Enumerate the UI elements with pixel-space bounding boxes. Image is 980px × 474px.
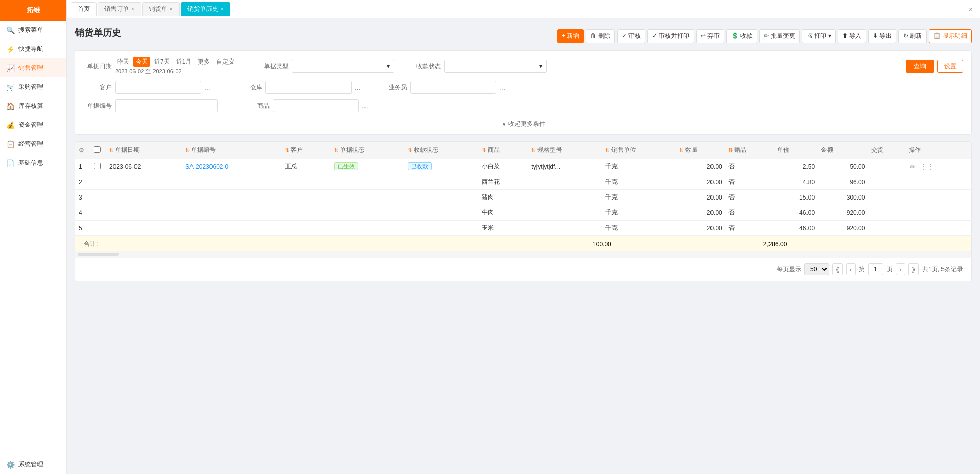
table-row: 2西兰花千克20.00否4.8096.00 bbox=[75, 174, 971, 190]
window-close-button[interactable]: × bbox=[966, 5, 976, 13]
edit-action-icon[interactable]: ✏ bbox=[910, 163, 916, 171]
sidebar-item-sales-mgmt[interactable]: 📈 销售管理 bbox=[0, 58, 66, 77]
per-page-select[interactable]: 50 bbox=[804, 263, 829, 275]
col-unit[interactable]: ⇅ 销售单位 bbox=[602, 142, 676, 159]
cell-spec: tyjytjytjdf... bbox=[528, 159, 602, 174]
col-settings[interactable]: ⚙ bbox=[75, 142, 91, 159]
delete-button[interactable]: 🗑 删除 bbox=[586, 29, 615, 43]
filter-payment-status: 收款状态 ▾ bbox=[413, 60, 547, 73]
batch-change-button[interactable]: ✏ 批量变更 bbox=[759, 29, 800, 43]
col-pay-status[interactable]: ⇅ 收款状态 bbox=[405, 142, 478, 159]
select-all-checkbox[interactable] bbox=[94, 146, 101, 153]
doc-number-input[interactable] bbox=[115, 99, 218, 112]
table-settings-icon[interactable]: ⚙ bbox=[79, 147, 84, 154]
col-date[interactable]: ⇅ 单据日期 bbox=[106, 142, 182, 159]
cell-spec bbox=[528, 205, 602, 221]
cell-trade bbox=[868, 221, 906, 236]
export-button[interactable]: ⬇ 导出 bbox=[868, 29, 896, 43]
prev-page-button[interactable]: ‹ bbox=[846, 263, 855, 275]
cell-customer bbox=[282, 221, 331, 236]
tab-sales-order[interactable]: 销售订单 × bbox=[98, 2, 141, 16]
sidebar-item-label: 销售管理 bbox=[18, 64, 43, 72]
cell-doc-no: SA-20230602-0 bbox=[182, 159, 282, 174]
print-icon: 🖨 bbox=[806, 32, 813, 40]
customer-input[interactable] bbox=[115, 81, 201, 94]
sidebar-item-system-mgmt[interactable]: ⚙️ 系统管理 bbox=[0, 455, 66, 474]
payment-status-select[interactable]: ▾ bbox=[444, 60, 547, 73]
cell-gift: 否 bbox=[725, 159, 775, 174]
audit-button[interactable]: ✓ 审核 bbox=[617, 29, 645, 43]
page-number-input[interactable] bbox=[868, 263, 883, 275]
date-7days[interactable]: 近7天 bbox=[152, 57, 172, 67]
col-doc-no[interactable]: ⇅ 单据编号 bbox=[182, 142, 282, 159]
filter-date: 单据日期 昨天 今天 近7天 近1月 更多 自定义 2023-06-02 至 2… bbox=[84, 57, 237, 75]
col-gift[interactable]: ⇅ 赠品 bbox=[725, 142, 775, 159]
warehouse-dots[interactable]: ... bbox=[355, 83, 361, 91]
tab-sales-order-close[interactable]: × bbox=[131, 6, 134, 12]
col-spec[interactable]: ⇅ 规格型号 bbox=[528, 142, 602, 159]
date-today[interactable]: 今天 bbox=[133, 57, 150, 67]
last-page-button[interactable]: ⟫ bbox=[908, 263, 919, 275]
sidebar-item-label: 快捷导航 bbox=[18, 45, 43, 53]
salesperson-input[interactable] bbox=[410, 81, 496, 94]
customer-dots[interactable]: ... bbox=[204, 83, 210, 91]
doc-no-link[interactable]: SA-20230602-0 bbox=[185, 163, 228, 170]
query-button[interactable]: 查询 bbox=[906, 60, 934, 73]
product-dots[interactable]: ... bbox=[362, 102, 368, 110]
more-action-icon[interactable]: ⋮⋮ bbox=[919, 163, 934, 171]
print-button[interactable]: 🖨 打印 ▾ bbox=[802, 29, 836, 43]
filter-collapse-button[interactable]: ∧ 收起更多条件 bbox=[84, 117, 963, 128]
collect-button[interactable]: 💲 收款 bbox=[726, 29, 757, 43]
col-qty[interactable]: ⇅ 数量 bbox=[676, 142, 725, 159]
horizontal-scrollbar[interactable] bbox=[75, 251, 971, 258]
refresh-button[interactable]: ↻ 刷新 bbox=[898, 29, 927, 43]
tab-sales-history[interactable]: 销货单历史 × bbox=[181, 2, 230, 16]
date-more[interactable]: 更多 bbox=[196, 57, 212, 67]
warehouse-input[interactable] bbox=[265, 81, 352, 94]
date-shortcuts: 昨天 今天 近7天 近1月 更多 自定义 2023-06-02 至 2023-0… bbox=[115, 57, 237, 75]
sidebar-item-quick-nav[interactable]: ⚡ 快捷导航 bbox=[0, 40, 66, 58]
cell-checkbox bbox=[91, 174, 106, 190]
cell-doc-no bbox=[182, 221, 282, 236]
doc-type-select[interactable]: ▾ bbox=[292, 60, 394, 73]
scrollbar-thumb[interactable] bbox=[78, 253, 119, 256]
cell-pay-status: 已收款 bbox=[405, 159, 478, 174]
tab-sales-shipment-close[interactable]: × bbox=[170, 6, 173, 12]
audit-print-button[interactable]: ✓ 审核并打印 bbox=[647, 29, 694, 43]
show-detail-label: 显示明细 bbox=[943, 32, 967, 41]
row-checkbox[interactable] bbox=[94, 163, 101, 169]
tab-sales-shipment[interactable]: 销货单 × bbox=[142, 2, 180, 16]
date-custom[interactable]: 自定义 bbox=[214, 57, 237, 67]
sidebar-item-operation-mgmt[interactable]: 📋 经营管理 bbox=[0, 134, 66, 153]
cell-spec bbox=[528, 221, 602, 236]
sidebar-item-basic-info[interactable]: 📄 基础信息 bbox=[0, 153, 66, 172]
show-detail-button[interactable]: 📋 显示明细 bbox=[929, 29, 972, 43]
abandon-button[interactable]: ↩ 弃审 bbox=[696, 29, 724, 43]
product-input[interactable] bbox=[273, 99, 359, 112]
import-button[interactable]: ⬆ 导入 bbox=[838, 29, 866, 43]
audit-print-icon: ✓ bbox=[652, 32, 657, 40]
cell-checkbox bbox=[91, 159, 106, 174]
sidebar-item-purchase-mgmt[interactable]: 🛒 采购管理 bbox=[0, 77, 66, 96]
first-page-button[interactable]: ⟪ bbox=[832, 263, 843, 275]
salesperson-dots[interactable]: ... bbox=[499, 83, 506, 91]
sidebar-item-fund-mgmt[interactable]: 💰 资金管理 bbox=[0, 115, 66, 134]
page-title: 销货单历史 bbox=[75, 27, 121, 39]
date-1month[interactable]: 近1月 bbox=[174, 57, 194, 67]
date-yesterday[interactable]: 昨天 bbox=[115, 57, 131, 67]
tab-sales-history-close[interactable]: × bbox=[221, 6, 224, 12]
next-page-button[interactable]: › bbox=[896, 263, 905, 275]
settings-button[interactable]: 设置 bbox=[937, 60, 963, 73]
sort-icon: ⇅ bbox=[605, 147, 609, 153]
col-customer[interactable]: ⇅ 客户 bbox=[282, 142, 331, 159]
add-button[interactable]: + 新增 bbox=[557, 29, 584, 43]
col-product[interactable]: ⇅ 商品 bbox=[478, 142, 528, 159]
cell-unit: 千克 bbox=[602, 174, 676, 190]
sidebar-item-search-menu[interactable]: 🔍 搜索菜单 bbox=[0, 21, 66, 40]
tab-home[interactable]: 首页 bbox=[71, 2, 97, 16]
search-icon: 🔍 bbox=[6, 26, 14, 34]
audit-label: 审核 bbox=[628, 32, 641, 41]
col-doc-status[interactable]: ⇅ 单据状态 bbox=[331, 142, 405, 159]
sidebar-item-inventory-calc[interactable]: 🏠 库存核算 bbox=[0, 96, 66, 115]
cell-action bbox=[906, 174, 971, 190]
